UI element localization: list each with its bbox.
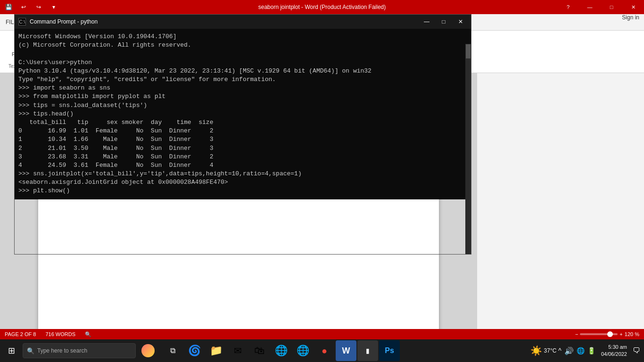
search-text: Type here to search (37, 347, 87, 354)
zoom-percentage: 120 % (625, 331, 639, 337)
edge-button[interactable]: 🌀 (184, 340, 205, 361)
terminal-button[interactable]: ▮ (357, 340, 378, 361)
qat-undo[interactable]: ↩ (17, 0, 30, 14)
clock-time: 5:30 am (601, 344, 627, 351)
browser2-button[interactable]: 🌐 (292, 340, 313, 361)
title-bar-left: 💾 ↩ ↪ ▾ (0, 0, 60, 14)
search-icon: 🔍 (27, 347, 34, 354)
cmd-app-icon: C:\ (18, 18, 26, 25)
minimize-button[interactable]: — (579, 0, 601, 14)
zoom-minus-button[interactable]: − (575, 331, 578, 337)
title-text: seaborn jointplot - Word (Product Activa… (258, 4, 386, 10)
start-button[interactable]: ⊞ (0, 339, 23, 362)
qat-redo[interactable]: ↪ (32, 0, 45, 14)
maximize-button[interactable]: □ (601, 0, 622, 14)
notification-icon[interactable]: 🗨 (633, 346, 640, 355)
close-button[interactable]: ✕ (622, 0, 644, 14)
user-avatar (141, 344, 155, 357)
cmd-close-button[interactable]: ✕ (454, 17, 467, 26)
battery-icon[interactable]: 🔋 (587, 347, 595, 354)
word-count: 716 WORDS (45, 331, 75, 337)
cortana-button[interactable] (138, 340, 158, 361)
task-view-button[interactable]: ⧉ (162, 340, 183, 361)
zoom-control: − + 120 % (575, 331, 639, 337)
cmd-scrollbar[interactable] (465, 44, 471, 254)
page-count: PAGE 2 OF 8 (5, 331, 36, 337)
chrome-colored-button[interactable]: 🌐 (271, 340, 291, 361)
weather-icon: ☀️ (530, 345, 542, 356)
cmd-maximize-button[interactable]: □ (437, 17, 450, 26)
qat-custom[interactable]: ▾ (47, 0, 60, 14)
store-button[interactable]: 🛍 (249, 340, 270, 361)
zoom-slider[interactable] (580, 333, 618, 335)
help-button[interactable]: ? (557, 0, 579, 14)
cmd-titlebar: C:\ Command Prompt - python — □ ✕ (15, 15, 471, 29)
cmd-minimize-button[interactable]: — (420, 17, 433, 26)
cmd-scroll-thumb[interactable] (466, 44, 471, 58)
title-bar: 💾 ↩ ↪ ▾ seaborn jointplot - Word (Produc… (0, 0, 644, 14)
zoom-thumb[interactable] (607, 331, 613, 337)
volume-icon[interactable]: 🔊 (564, 346, 574, 355)
qat-save[interactable]: 💾 (2, 0, 15, 14)
weather-display[interactable]: ☀️ 37°C (530, 345, 557, 356)
taskbar: ⊞ 🔍 Type here to search ⧉ 🌀 📁 ✉ 🛍 🌐 🌐 ● … (0, 339, 644, 362)
taskbar-right: ☀️ 37°C ^ 🔊 🌐 🔋 5:30 am 04/06/2022 🗨 (530, 344, 644, 358)
status-bar: PAGE 2 OF 8 716 WORDS 🔍 − + 120 % (0, 329, 644, 339)
explorer-button[interactable]: 📁 (206, 340, 226, 361)
zoom-plus-button[interactable]: + (619, 331, 622, 337)
cmd-output[interactable]: Microsoft Windows [Version 10.0.19044.17… (15, 29, 471, 199)
taskbar-search[interactable]: 🔍 Type here to search (23, 343, 136, 358)
weather-temp: 37°C (544, 347, 557, 354)
ps-button[interactable]: Ps (379, 340, 400, 361)
clock-date: 04/06/2022 (601, 351, 627, 358)
title-bar-controls: ? — □ ✕ (557, 0, 644, 14)
cmd-title-text: Command Prompt - python (30, 18, 416, 25)
sign-in-link[interactable]: Sign in (622, 14, 639, 21)
system-icons: ^ 🔊 🌐 🔋 (558, 346, 595, 355)
track-changes-icon[interactable]: 🔍 (85, 331, 91, 337)
chrome-button[interactable]: ● (314, 340, 335, 361)
mail-button[interactable]: ✉ (227, 340, 248, 361)
show-hidden-icons[interactable]: ^ (558, 347, 561, 354)
cmd-container: Microsoft Windows [Version 10.0.19044.17… (15, 29, 471, 254)
network-icon[interactable]: 🌐 (577, 347, 585, 354)
clock-display[interactable]: 5:30 am 04/06/2022 (597, 344, 631, 358)
taskbar-apps: ⧉ 🌀 📁 ✉ 🛍 🌐 🌐 ● W ▮ Ps (162, 340, 400, 361)
command-prompt-window[interactable]: C:\ Command Prompt - python — □ ✕ Micros… (14, 14, 471, 255)
status-right: − + 120 % (575, 331, 639, 337)
word-button[interactable]: W (336, 340, 356, 361)
